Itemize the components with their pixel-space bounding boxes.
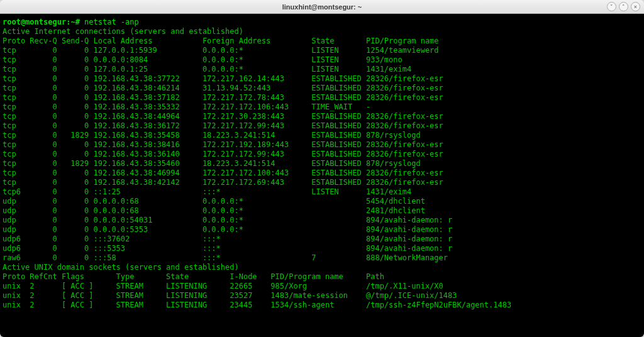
unix-row: unix 2 [ ACC ] STREAM LISTENING 23445 15… (3, 301, 641, 310)
unix-columns: Proto RefCnt Flags Type State I-Node PID… (3, 272, 641, 282)
inet-row: raw6 0 0 :::58 :::* 7 888/NetworkManager (3, 253, 641, 263)
unix-row: unix 2 [ ACC ] STREAM LISTENING 22665 98… (3, 282, 641, 291)
prompt-symbol: # (75, 18, 84, 26)
inet-row: tcp 0 0 192.168.43.38:46994 172.217.172.… (3, 168, 641, 178)
prompt-user-host: root@montsegur (3, 18, 66, 26)
inet-row: udp 0 0 0.0.0.0:54031 0.0.0.0:* 894/avah… (3, 216, 641, 225)
inet-row: udp6 0 0 :::37602 :::* 894/avahi-daemon:… (3, 235, 641, 244)
maximize-button[interactable]: ˄ (619, 2, 628, 11)
inet-row: tcp 0 0 0.0.0.0:8084 0.0.0.0:* LISTEN 93… (3, 55, 641, 65)
inet-row: tcp 0 0 192.168.43.38:37182 172.217.172.… (3, 93, 641, 102)
inet-row: udp 0 0 0.0.0.0:68 0.0.0.0:* 2481/dhclie… (3, 206, 641, 216)
inet-row: tcp 0 0 192.168.43.38:36140 172.217.172.… (3, 150, 641, 159)
window-buttons: ˅ ˄ × (607, 2, 640, 11)
inet-row: tcp6 0 0 ::1:25 :::* LISTEN 1431/exim4 (3, 187, 641, 197)
inet-row: udp 0 0 0.0.0.0:68 0.0.0.0:* 5454/dhclie… (3, 197, 641, 206)
inet-row: tcp 0 1829 192.168.43.38:35460 18.223.3.… (3, 159, 641, 168)
inet-row: udp6 0 0 :::5353 :::* 894/avahi-daemon: … (3, 244, 641, 253)
inet-columns: Proto Recv-Q Send-Q Local Address Foreig… (3, 36, 641, 46)
minimize-button[interactable]: ˅ (607, 2, 616, 11)
close-button[interactable]: × (631, 2, 640, 11)
inet-row: tcp 0 0 192.168.43.38:46214 31.13.94.52:… (3, 84, 641, 93)
titlebar[interactable]: linuxhint@montsegur: ~ ˅ ˄ × (0, 0, 644, 14)
prompt-line: root@montsegur:~# netstat -anp (3, 18, 641, 27)
inet-row: tcp 0 1829 192.168.43.38:35458 18.223.3.… (3, 131, 641, 140)
inet-row: tcp 0 0 192.168.43.38:37722 172.217.162.… (3, 74, 641, 84)
inet-row: udp 0 0 0.0.0.0:5353 0.0.0.0:* 894/avahi… (3, 225, 641, 235)
inet-row: tcp 0 0 192.168.43.38:35332 172.217.172.… (3, 102, 641, 112)
inet-row: tcp 0 0 192.168.43.38:38416 172.217.192.… (3, 140, 641, 150)
command-text: netstat -anp (84, 18, 139, 26)
terminal-window: linuxhint@montsegur: ~ ˅ ˄ × root@montse… (0, 0, 644, 337)
inet-row: tcp 0 0 192.168.43.38:44964 172.217.30.2… (3, 112, 641, 121)
inet-title: Active Internet connections (servers and… (3, 27, 641, 36)
window-title: linuxhint@montsegur: ~ (282, 3, 362, 11)
unix-row: unix 2 [ ACC ] STREAM LISTENING 23527 14… (3, 291, 641, 301)
inet-row: tcp 0 0 127.0.0.1:5939 0.0.0.0:* LISTEN … (3, 46, 641, 55)
terminal-viewport[interactable]: root@montsegur:~# netstat -anpActive Int… (0, 14, 644, 337)
inet-row: tcp 0 0 192.168.43.38:42142 172.217.172.… (3, 178, 641, 187)
inet-row: tcp 0 0 127.0.0.1:25 0.0.0.0:* LISTEN 14… (3, 65, 641, 74)
unix-title: Active UNIX domain sockets (servers and … (3, 263, 641, 272)
inet-row: tcp 0 0 192.168.43.38:36172 172.217.172.… (3, 121, 641, 131)
prompt-cwd: ~ (70, 18, 75, 26)
